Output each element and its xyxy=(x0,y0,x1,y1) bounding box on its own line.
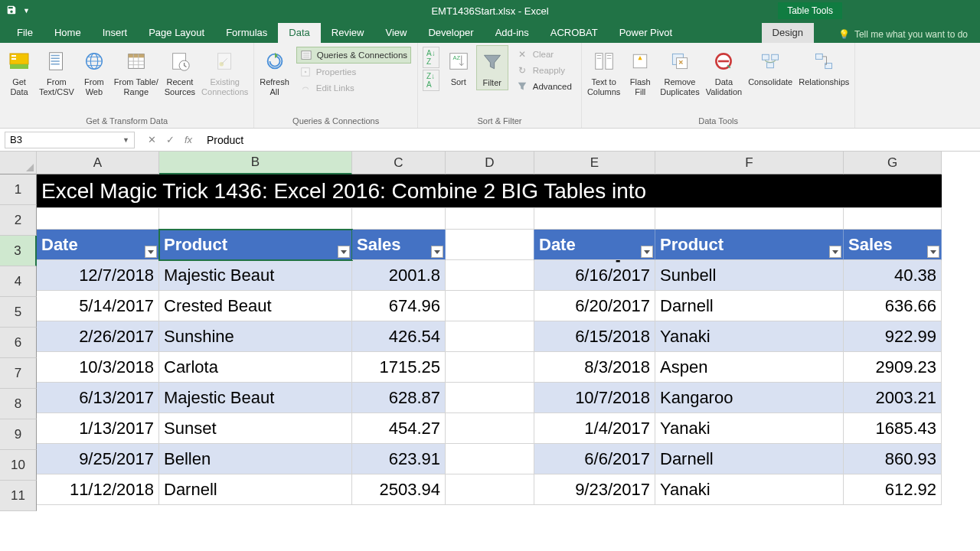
col-header-E[interactable]: E xyxy=(534,152,655,174)
flash-fill-button[interactable]: FlashFill xyxy=(624,45,656,98)
filter-dropdown-icon[interactable] xyxy=(927,246,939,258)
sort-button[interactable]: AZ Sort xyxy=(443,45,475,89)
tab-home[interactable]: Home xyxy=(44,23,92,43)
table1-sales[interactable]: 2503.94 xyxy=(352,474,446,505)
empty-cell[interactable] xyxy=(159,208,352,230)
header-product-2[interactable]: Product xyxy=(655,230,844,260)
table2-sales[interactable]: 1685.43 xyxy=(844,413,942,444)
empty-cell[interactable] xyxy=(446,383,534,413)
row-header-1[interactable]: 1 xyxy=(0,174,37,205)
row-header-6[interactable]: 6 xyxy=(0,328,37,358)
save-icon[interactable] xyxy=(6,5,17,18)
table1-date[interactable]: 1/13/2017 xyxy=(37,413,159,444)
table1-date[interactable]: 10/3/2018 xyxy=(37,352,159,383)
relationships-button[interactable]: Relationships xyxy=(796,45,851,89)
tab-pagelayout[interactable]: Page Layout xyxy=(138,23,215,43)
tell-me-search[interactable]: 💡 Tell me what you want to do xyxy=(832,26,974,43)
empty-cell[interactable] xyxy=(446,444,534,474)
qat-dropdown-icon[interactable]: ▼ xyxy=(23,7,30,15)
table2-date[interactable]: 6/16/2017 xyxy=(534,260,655,291)
consolidate-button[interactable]: Consolidate xyxy=(746,45,795,89)
table1-sales[interactable]: 2001.8 xyxy=(352,260,446,291)
row-header-8[interactable]: 8 xyxy=(0,389,37,419)
header-sales-1[interactable]: Sales xyxy=(352,230,446,260)
recent-sources-button[interactable]: RecentSources xyxy=(162,45,198,98)
col-header-D[interactable]: D xyxy=(446,152,534,174)
table2-sales[interactable]: 636.66 xyxy=(844,291,942,321)
table2-product[interactable]: Sunbell xyxy=(655,260,844,291)
table2-date[interactable]: 10/7/2018 xyxy=(534,383,655,413)
col-header-B[interactable]: B xyxy=(159,152,352,174)
filter-dropdown-icon[interactable] xyxy=(829,246,841,258)
sort-asc-button[interactable]: A↓Z xyxy=(423,47,439,68)
properties-button[interactable]: Properties xyxy=(296,64,411,80)
tab-insert[interactable]: Insert xyxy=(92,23,139,43)
tab-developer[interactable]: Developer xyxy=(417,23,484,43)
empty-cell[interactable] xyxy=(534,208,655,230)
reapply-button[interactable]: ↻Reapply xyxy=(513,63,575,78)
filter-dropdown-icon[interactable] xyxy=(145,246,157,258)
tab-design[interactable]: Design xyxy=(762,23,814,43)
accept-formula-icon[interactable]: ✓ xyxy=(164,134,176,145)
row-header-11[interactable]: 11 xyxy=(0,481,37,511)
tab-review[interactable]: Review xyxy=(321,23,375,43)
table1-product[interactable]: Crested Beaut xyxy=(159,291,352,321)
empty-cell[interactable] xyxy=(446,413,534,444)
tab-data[interactable]: Data xyxy=(278,23,320,43)
title-cell[interactable]: Excel Magic Trick 1436: Excel 2016: Comb… xyxy=(37,174,942,208)
row-header-5[interactable]: 5 xyxy=(0,297,37,328)
table1-sales[interactable]: 1715.25 xyxy=(352,352,446,383)
header-product-1[interactable]: Product xyxy=(159,230,352,260)
empty-cell[interactable] xyxy=(352,208,446,230)
table2-date[interactable]: 9/23/2017 xyxy=(534,474,655,505)
table2-date[interactable]: 1/4/2017 xyxy=(534,413,655,444)
table2-date[interactable]: 6/20/2017 xyxy=(534,291,655,321)
filter-dropdown-icon[interactable] xyxy=(338,246,350,258)
empty-cell[interactable] xyxy=(446,474,534,505)
row-header-4[interactable]: 4 xyxy=(0,266,37,297)
empty-cell[interactable] xyxy=(446,230,534,260)
row-header-10[interactable]: 10 xyxy=(0,450,37,481)
refresh-all-button[interactable]: RefreshAll xyxy=(257,45,292,98)
table2-sales[interactable]: 860.93 xyxy=(844,444,942,474)
table1-date[interactable]: 12/7/2018 xyxy=(37,260,159,291)
col-header-G[interactable]: G xyxy=(844,152,942,174)
table2-sales[interactable]: 40.38 xyxy=(844,260,942,291)
data-validation-button[interactable]: DataValidation xyxy=(704,45,745,98)
table1-sales[interactable]: 674.96 xyxy=(352,291,446,321)
empty-cell[interactable] xyxy=(844,208,942,230)
cancel-formula-icon[interactable]: ✕ xyxy=(145,134,158,145)
empty-cell[interactable] xyxy=(446,208,534,230)
existing-connections-button[interactable]: ExistingConnections xyxy=(199,45,250,98)
table1-product[interactable]: Sunshine xyxy=(159,321,352,352)
name-box-dropdown-icon[interactable]: ▼ xyxy=(122,136,129,144)
tab-view[interactable]: View xyxy=(374,23,417,43)
table2-product[interactable]: Yanaki xyxy=(655,413,844,444)
table1-date[interactable]: 5/14/2017 xyxy=(37,291,159,321)
table1-date[interactable]: 9/25/2017 xyxy=(37,444,159,474)
table1-sales[interactable]: 454.27 xyxy=(352,413,446,444)
table1-product[interactable]: Sunset xyxy=(159,413,352,444)
row-header-7[interactable]: 7 xyxy=(0,358,37,389)
table1-product[interactable]: Carlota xyxy=(159,352,352,383)
table1-date[interactable]: 2/26/2017 xyxy=(37,321,159,352)
col-header-A[interactable]: A xyxy=(37,152,159,174)
table2-sales[interactable]: 922.99 xyxy=(844,321,942,352)
header-date-2[interactable]: Date xyxy=(534,230,655,260)
table2-product[interactable]: Yanaki xyxy=(655,321,844,352)
table2-date[interactable]: 6/6/2017 xyxy=(534,444,655,474)
table1-sales[interactable]: 628.87 xyxy=(352,383,446,413)
table2-date[interactable]: 6/15/2018 xyxy=(534,321,655,352)
select-all-corner[interactable] xyxy=(0,152,37,174)
fx-icon[interactable]: fx xyxy=(182,134,194,145)
header-date-1[interactable]: Date xyxy=(37,230,159,260)
table2-sales[interactable]: 2909.23 xyxy=(844,352,942,383)
filter-button[interactable]: Filter xyxy=(476,45,508,90)
col-header-F[interactable]: F xyxy=(655,152,844,174)
table2-product[interactable]: Yanaki xyxy=(655,474,844,505)
empty-cell[interactable] xyxy=(446,291,534,321)
empty-cell[interactable] xyxy=(37,208,159,230)
table1-date[interactable]: 11/12/2018 xyxy=(37,474,159,505)
table2-sales[interactable]: 612.92 xyxy=(844,474,942,505)
row-headers[interactable]: 1234567891011 xyxy=(0,174,37,511)
